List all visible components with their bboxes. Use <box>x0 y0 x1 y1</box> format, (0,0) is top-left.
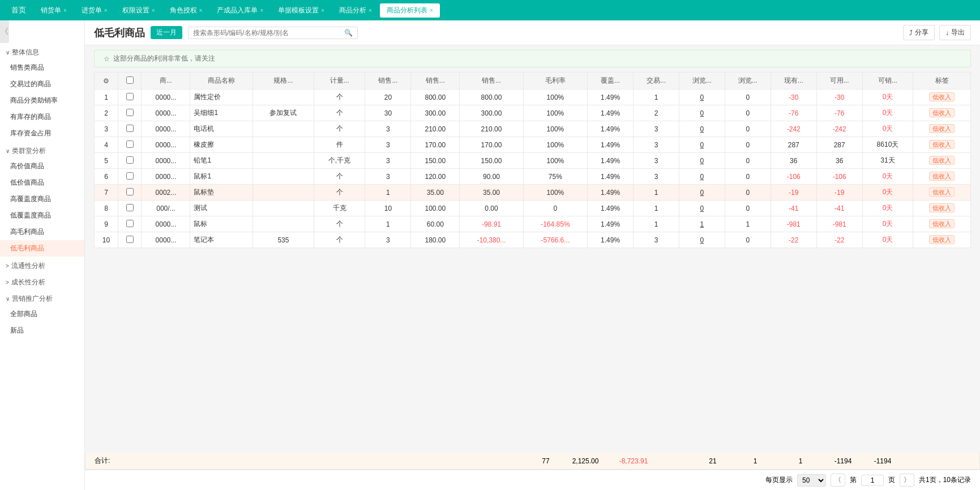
close-icon[interactable]: × <box>260 7 263 14</box>
col-spec[interactable]: 规格... <box>253 73 314 90</box>
row-select-checkbox[interactable] <box>126 125 134 132</box>
nav-products[interactable]: 产成品入库单 × <box>210 3 270 18</box>
col-tag[interactable]: 标签 <box>913 73 971 90</box>
col-saleable[interactable]: 可销... <box>862 73 913 90</box>
sidebar-item-stock-capital[interactable]: 库存资金占用 <box>0 125 84 142</box>
row-browse2: 0 <box>725 137 771 153</box>
nav-analysis-list[interactable]: 商品分析列表 × <box>380 3 440 18</box>
sidebar-item-low-value[interactable]: 低价值商品 <box>0 174 84 191</box>
time-filter-button[interactable]: 近一月 <box>151 26 182 39</box>
row-browse1[interactable]: 0 <box>679 232 725 248</box>
nav-templates[interactable]: 单据模板设置 × <box>271 3 331 18</box>
col-checkbox[interactable] <box>118 73 142 90</box>
sidebar-group-growth[interactable]: > 成长性分析 <box>0 273 84 289</box>
row-select-checkbox[interactable] <box>126 109 134 116</box>
col-code[interactable]: 商... <box>142 73 190 90</box>
sidebar-item-traded-goods[interactable]: 交易过的商品 <box>0 76 84 92</box>
col-trade[interactable]: 交易... <box>634 73 679 90</box>
row-checkbox[interactable] <box>118 232 142 248</box>
page-size-select[interactable]: 50 100 200 <box>797 474 826 487</box>
search-input[interactable] <box>193 29 344 37</box>
close-icon[interactable]: × <box>152 7 155 14</box>
row-browse1[interactable]: 0 <box>679 137 725 153</box>
sidebar-group-marketing[interactable]: ∨ 营销推广分析 <box>0 289 84 306</box>
row-browse1[interactable]: 0 <box>679 121 725 137</box>
col-browse1[interactable]: 浏览... <box>679 73 725 90</box>
row-select-checkbox[interactable] <box>126 93 134 100</box>
row-checkbox[interactable] <box>118 185 142 201</box>
col-stock[interactable]: 现有... <box>771 73 816 90</box>
close-icon[interactable]: × <box>63 7 67 14</box>
sidebar-item-new-goods[interactable]: 新品 <box>0 322 84 339</box>
row-select-checkbox[interactable] <box>126 156 134 164</box>
col-browse2[interactable]: 浏览... <box>725 73 771 90</box>
export-button[interactable]: ↓ 导出 <box>939 25 971 40</box>
col-sale-cost[interactable]: 销售... <box>460 73 523 90</box>
row-checkbox[interactable] <box>118 137 142 153</box>
page-number-input[interactable] <box>861 475 884 486</box>
nav-roles[interactable]: 角色授权 × <box>163 3 209 18</box>
close-icon[interactable]: × <box>430 7 433 14</box>
select-all-checkbox[interactable] <box>126 76 134 84</box>
row-select-checkbox[interactable] <box>126 172 134 180</box>
sidebar-item-stock-goods[interactable]: 有库存的商品 <box>0 109 84 125</box>
col-gross-rate[interactable]: 毛利率 <box>523 73 588 90</box>
sidebar-item-low-coverage[interactable]: 低覆盖度商品 <box>0 207 84 224</box>
sidebar-group-cluster[interactable]: ∨ 类群堂分析 <box>0 142 84 158</box>
row-checkbox[interactable] <box>118 153 142 169</box>
row-qty: 3 <box>365 169 411 185</box>
sidebar-item-high-margin[interactable]: 高毛利商品 <box>0 224 84 240</box>
row-checkbox[interactable] <box>118 216 142 232</box>
row-checkbox[interactable] <box>118 169 142 185</box>
col-avail[interactable]: 可用... <box>816 73 862 90</box>
close-icon[interactable]: × <box>369 7 372 14</box>
col-sale-qty[interactable]: 销售... <box>365 73 411 90</box>
nav-sales[interactable]: 销货单 × <box>34 3 74 18</box>
row-select-checkbox[interactable] <box>126 236 134 243</box>
close-icon[interactable]: × <box>199 7 203 14</box>
row-select-checkbox[interactable] <box>126 140 134 148</box>
nav-purchase[interactable]: 进货单 × <box>75 3 114 18</box>
row-browse1[interactable]: 0 <box>679 105 725 121</box>
prev-page-button[interactable]: 〈 <box>831 474 845 487</box>
close-icon[interactable]: × <box>104 7 108 14</box>
sidebar-group-flow[interactable]: > 流通性分析 <box>0 257 84 273</box>
row-checkbox[interactable] <box>118 121 142 137</box>
row-select-checkbox[interactable] <box>126 220 134 227</box>
next-page-button[interactable]: 〉 <box>900 474 914 487</box>
sidebar-item-category-rate[interactable]: 商品分类助销率 <box>0 92 84 109</box>
col-unit[interactable]: 计量... <box>314 73 365 90</box>
top-navigation: 首页 销货单 × 进货单 × 权限设置 × 角色授权 × 产成品入库单 × 单据… <box>0 0 980 20</box>
row-checkbox[interactable] <box>118 90 142 105</box>
sidebar-item-high-value[interactable]: 高价值商品 <box>0 158 84 174</box>
sidebar-collapse-button[interactable]: 《 <box>0 20 9 43</box>
nav-home[interactable]: 首页 <box>5 3 33 18</box>
nav-analysis[interactable]: 商品分析 × <box>332 3 379 18</box>
sidebar-item-high-coverage[interactable]: 高覆盖度商品 <box>0 191 84 207</box>
row-spec <box>253 121 314 137</box>
share-button[interactable]: ⤴ 分享 <box>903 25 935 40</box>
sidebar-item-sales-goods[interactable]: 销售类商品 <box>0 59 84 76</box>
col-settings[interactable]: ⚙ <box>95 73 118 90</box>
row-qty: 3 <box>365 137 411 153</box>
row-browse1[interactable]: 0 <box>679 169 725 185</box>
row-checkbox[interactable] <box>118 201 142 216</box>
nav-permissions[interactable]: 权限设置 × <box>115 3 162 18</box>
row-browse1[interactable]: 0 <box>679 185 725 201</box>
sidebar-item-all-goods[interactable]: 全部商品 <box>0 306 84 322</box>
row-browse1[interactable]: 0 <box>679 90 725 105</box>
row-select-checkbox[interactable] <box>126 204 134 211</box>
close-icon[interactable]: × <box>321 7 324 14</box>
search-icon[interactable]: 🔍 <box>344 29 353 37</box>
sidebar-group-overall[interactable]: ∨ 整体信息 <box>0 43 84 59</box>
col-sale-amt[interactable]: 销售... <box>411 73 460 90</box>
sidebar-item-low-margin[interactable]: 低毛利商品 <box>0 240 84 257</box>
row-checkbox[interactable] <box>118 105 142 121</box>
col-name[interactable]: 商品名称 <box>190 73 253 90</box>
col-coverage[interactable]: 覆盖... <box>588 73 634 90</box>
row-browse1[interactable]: 1 <box>679 216 725 232</box>
row-select-checkbox[interactable] <box>126 188 134 195</box>
row-browse1[interactable]: 0 <box>679 153 725 169</box>
row-browse2: 0 <box>725 232 771 248</box>
row-browse1[interactable]: 0 <box>679 201 725 216</box>
